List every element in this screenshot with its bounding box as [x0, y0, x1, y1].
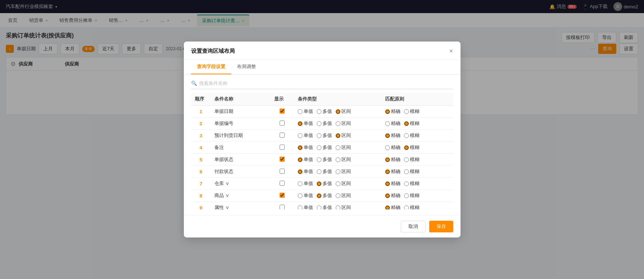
settings-table: 顺序 条件名称 显示 条件类型 匹配原则 1单据日期单值多值区间精确模糊2单据编… — [191, 93, 453, 119]
cell-match: 精确模糊 — [382, 118, 453, 119]
th-name: 条件名称 — [211, 93, 270, 106]
th-order: 顺序 — [191, 93, 211, 106]
dialog-close-btn[interactable]: × — [449, 47, 453, 59]
table-scroll: 顺序 条件名称 显示 条件类型 匹配原则 1单据日期单值多值区间精确模糊2单据编… — [191, 93, 453, 119]
search-input[interactable] — [199, 80, 272, 86]
th-display: 显示 — [270, 93, 294, 106]
type-multi-label[interactable]: 多值 — [317, 108, 332, 115]
match-fuzzy-label[interactable]: 模糊 — [404, 108, 419, 115]
match-radio-group: 精确模糊 — [385, 108, 449, 115]
dialog-header: 设置查询区域布局 × — [184, 42, 461, 60]
modal-overlay[interactable]: 设置查询区域布局 × 查询字段设置 布局调整 🔍 顺序 条件名称 — [0, 0, 644, 119]
dialog-body: 🔍 顺序 条件名称 显示 条件类型 匹配原则 — [184, 75, 461, 119]
cell-name: 单据日期 — [211, 106, 270, 118]
match-exact-label[interactable]: 精确 — [385, 108, 400, 115]
type-radio-group: 单值多值区间 — [298, 108, 378, 115]
display-checkbox[interactable] — [280, 109, 285, 114]
cell-display[interactable] — [270, 118, 294, 119]
search-bar: 🔍 — [191, 80, 453, 89]
cell-order: 1 — [191, 106, 211, 118]
settings-dialog: 设置查询区域布局 × 查询字段设置 布局调整 🔍 顺序 条件名称 — [184, 42, 461, 119]
cell-type: 单值多值区间 — [294, 106, 382, 118]
type-single-radio[interactable] — [298, 109, 303, 114]
type-single-label[interactable]: 单值 — [298, 108, 313, 115]
display-checkbox-label[interactable] — [280, 109, 285, 115]
table-row: 1单据日期单值多值区间精确模糊 — [191, 106, 453, 118]
cell-display[interactable] — [270, 106, 294, 118]
table-header-row: 顺序 条件名称 显示 条件类型 匹配原则 — [191, 93, 453, 106]
dialog-tabs: 查询字段设置 布局调整 — [184, 60, 461, 75]
type-multi-radio[interactable] — [317, 109, 321, 114]
cell-match: 精确模糊 — [382, 106, 453, 118]
type-range-label[interactable]: 区间 — [336, 108, 351, 115]
type-range-radio[interactable] — [336, 109, 340, 114]
cell-type: 单值多值区间 — [294, 118, 382, 119]
tab-layout[interactable]: 布局调整 — [231, 60, 262, 74]
th-type: 条件类型 — [294, 93, 382, 106]
cell-name: 单据编号 — [211, 118, 270, 119]
match-fuzzy-radio[interactable] — [404, 109, 409, 114]
tab-query-fields[interactable]: 查询字段设置 — [191, 60, 231, 74]
match-exact-radio[interactable] — [385, 109, 390, 114]
dialog-title: 设置查询区域布局 — [191, 48, 235, 59]
cell-order: 2 — [191, 118, 211, 119]
table-row: 2单据编号单值多值区间精确模糊 — [191, 118, 453, 119]
search-icon: 🔍 — [191, 80, 197, 86]
th-match: 匹配原则 — [382, 93, 453, 106]
